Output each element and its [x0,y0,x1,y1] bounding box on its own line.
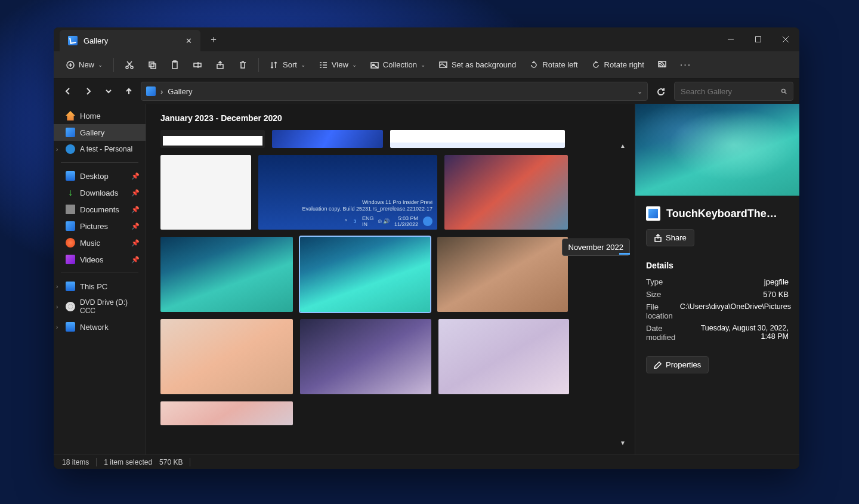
pin-icon[interactable]: 📌 [131,256,140,264]
search-input[interactable] [681,87,781,96]
sidebar-item-videos[interactable]: Videos📌 [54,251,146,268]
sort-button[interactable]: Sort⌄ [264,57,311,73]
toolbar: New⌄ Sort⌄ View⌄ Collection⌄ Set as back… [54,51,799,79]
tab-title: Gallery [84,36,108,45]
gallery-icon [66,128,75,137]
thumbnail[interactable] [438,319,569,394]
pin-icon[interactable]: 📌 [131,172,140,180]
delete-button[interactable] [232,57,254,73]
videos-icon [66,255,75,264]
sidebar-item-thispc[interactable]: ›This PC [54,278,146,295]
sidebar-item-music[interactable]: Music📌 [54,234,146,251]
cast-button[interactable] [651,57,673,73]
new-button[interactable]: New⌄ [60,57,109,73]
sidebar-item-network[interactable]: ›Network [54,319,146,335]
tab-bar: Gallery ✕ ＋ [54,27,799,51]
pin-icon[interactable]: 📌 [131,222,140,230]
pin-icon[interactable]: 📌 [131,206,140,214]
chevron-right-icon[interactable]: › [56,304,58,310]
chevron-right-icon[interactable]: › [56,283,58,290]
new-tab-button[interactable]: ＋ [203,29,224,50]
share-toolbar-button[interactable] [209,57,231,73]
cut-button[interactable] [119,57,140,73]
thumbnail[interactable] [160,401,293,425]
thumbnail[interactable]: Windows 11 Pro Insider PreviEvaluation c… [258,155,437,230]
size-label: Size [646,290,661,299]
gallery-tab-icon [68,36,78,45]
up-button[interactable] [120,83,137,100]
rotate-right-button[interactable]: Rotate right [585,57,650,73]
timeline-down-icon[interactable]: ▼ [617,437,629,449]
details-pane: TouchKeyboardThe… Share Details Typejpeg… [635,104,799,454]
file-name-row: TouchKeyboardThe… [646,206,789,221]
file-name: TouchKeyboardThe… [666,208,777,220]
status-bar: 18 items 1 item selected 570 KB [54,454,799,469]
chevron-right-icon[interactable]: › [56,324,58,330]
collection-button[interactable]: Collection⌄ [364,57,431,73]
modified-value: Tuesday, August 30, 2022, 1:48 PM [693,324,789,342]
thumbnail[interactable] [160,237,293,312]
status-size: 570 KB [159,458,183,466]
close-window-button[interactable] [772,27,799,51]
sidebar-item-pictures[interactable]: Pictures📌 [54,218,146,234]
thumbnail[interactable] [160,319,293,394]
document-icon [66,205,75,214]
set-background-button[interactable]: Set as background [432,57,522,73]
minimize-button[interactable] [717,27,744,51]
more-button[interactable]: ··· [674,56,697,74]
thumbnail[interactable] [437,237,568,312]
maximize-button[interactable] [744,27,772,51]
timeline-scrubber[interactable]: ▲ November 2022 ▼ [611,104,635,454]
type-label: Type [646,277,663,286]
svg-point-8 [131,66,133,69]
svg-line-10 [127,61,131,66]
sidebar-item-documents[interactable]: Documents📌 [54,201,146,218]
recent-button[interactable] [100,83,117,100]
close-tab-icon[interactable]: ✕ [186,36,192,45]
copy-button[interactable] [141,57,163,73]
sidebar-item-desktop[interactable]: Desktop📌 [54,168,146,184]
gallery-view[interactable]: January 2023 - December 2020 Windows 11 … [146,104,611,454]
breadcrumb-dropdown-icon[interactable]: ⌄ [637,88,642,95]
svg-rect-12 [151,64,156,69]
thumbnail[interactable] [444,155,568,230]
paste-button[interactable] [164,57,186,73]
chevron-right-icon[interactable]: › [56,146,58,153]
breadcrumb[interactable]: › Gallery ⌄ [141,82,648,101]
breadcrumb-sep: › [160,87,163,96]
thumbnail-selected[interactable] [300,237,430,312]
refresh-button[interactable] [651,82,670,101]
view-button[interactable]: View⌄ [313,57,363,73]
svg-rect-11 [149,62,154,67]
timeline-up-icon[interactable]: ▲ [617,140,629,151]
size-value: 570 KB [763,290,789,299]
thumbnail[interactable] [160,155,251,230]
sidebar-item-home[interactable]: Home [54,107,146,124]
status-selected: 1 item selected [104,458,152,466]
thumbnail[interactable] [272,130,383,148]
search-box[interactable] [674,82,793,101]
share-button[interactable]: Share [646,229,694,246]
sidebar-item-dvd[interactable]: ›DVD Drive (D:) CCC [54,295,146,319]
dvd-icon [66,302,75,311]
svg-line-9 [128,61,132,66]
rotate-left-button[interactable]: Rotate left [523,57,583,73]
pictures-icon [66,221,75,231]
sidebar-item-onedrive[interactable]: ›A test - Personal [54,141,146,157]
timeline-marker[interactable] [619,253,630,255]
sidebar-item-downloads[interactable]: ↓Downloads📌 [54,184,146,201]
type-value: jpegfile [764,277,789,286]
properties-button[interactable]: Properties [646,356,709,373]
rename-button[interactable] [187,57,208,73]
network-icon [66,322,75,332]
thumbnail[interactable] [160,130,265,148]
thumbnail[interactable] [300,319,431,394]
thumbnail[interactable] [390,130,565,148]
tab-gallery[interactable]: Gallery ✕ [60,30,200,51]
pin-icon[interactable]: 📌 [131,239,140,247]
forward-button[interactable] [80,83,97,100]
sidebar-item-gallery[interactable]: Gallery [54,124,146,141]
location-value: C:\Users\divya\OneDrive\Pictures [680,302,791,320]
back-button[interactable] [60,83,76,100]
pin-icon[interactable]: 📌 [131,189,140,197]
